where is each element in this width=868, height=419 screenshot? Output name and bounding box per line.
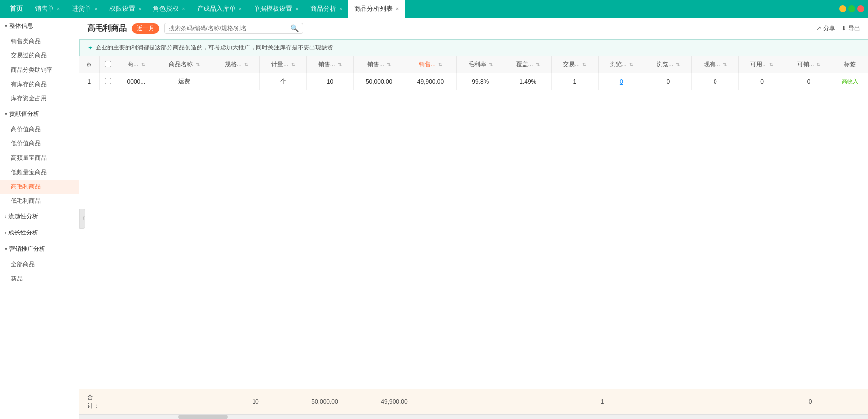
sidebar-group-finance[interactable]: ▾ 贡献值分析 [0, 106, 79, 122]
sidebar-item-traded[interactable]: 交易过的商品 [0, 48, 79, 63]
tab-template-close[interactable]: × [295, 6, 298, 12]
horizontal-scrollbar[interactable] [79, 414, 868, 419]
row-tag: 高收入 [832, 73, 868, 90]
sidebar-item-low-freq[interactable]: 低频量宝商品 [0, 165, 79, 180]
sidebar-item-low-price[interactable]: 低价值商品 [0, 137, 79, 151]
sidebar-item-in-stock[interactable]: 有库存的商品 [0, 77, 79, 92]
scrollbar-thumb[interactable] [178, 415, 228, 419]
sidebar-group-marketing[interactable]: ▾ 营销推广分析 [0, 241, 79, 257]
col-browse2[interactable]: 浏览... ⇅ [645, 56, 692, 73]
data-table-wrapper[interactable]: ⚙ 商... ⇅ 商品名称 ⇅ 规格... ⇅ [79, 56, 868, 389]
tab-purchase-close[interactable]: × [94, 6, 97, 12]
sidebar-group-growth[interactable]: › 成长性分析 [0, 225, 79, 241]
share-button[interactable]: ↗ 分享 [817, 24, 835, 33]
tab-analysis[interactable]: 商品分析 × [305, 0, 348, 18]
row-name: 运费 [155, 73, 213, 90]
sidebar-collapse-button[interactable]: 《 [79, 209, 85, 229]
col-settings[interactable]: ⚙ [79, 56, 99, 73]
sidebar-item-high-freq[interactable]: 高频量宝商品 [0, 151, 79, 165]
col-sales-amount[interactable]: 销售... ⇅ [354, 56, 405, 73]
tab-sales[interactable]: 销售单 × [29, 0, 66, 18]
tab-sales-close[interactable]: × [57, 6, 60, 12]
sidebar-item-capital-share[interactable]: 库存资金占用 [0, 92, 79, 106]
overall-arrow-icon: ▾ [5, 23, 7, 29]
sidebar-item-high-profit[interactable]: 高毛利商品 [0, 180, 79, 194]
footer-sales-amount: 50,000.00 [305, 398, 345, 405]
row-transactions: 1 [552, 73, 598, 90]
tab-products-close[interactable]: × [239, 6, 242, 12]
content-area: 高毛利商品 近一月 🔍 ↗ 分享 ⬇ 导出 ✦ 企业的主要的利润都是这部分商品创… [79, 18, 868, 419]
row-seq: 1 [79, 73, 99, 90]
info-icon: ✦ [88, 45, 93, 51]
row-browse2: 0 [645, 73, 692, 90]
sidebar-item-category-aid[interactable]: 商品分类助销率 [0, 63, 79, 77]
tab-products[interactable]: 产成品入库单 × [191, 0, 248, 18]
sidebar-item-all-products[interactable]: 全部商品 [0, 257, 79, 272]
row-check[interactable] [99, 73, 117, 90]
col-available[interactable]: 可用... ⇅ [738, 56, 785, 73]
col-sales-profit[interactable]: 销售... ⇅ [405, 56, 457, 73]
col-sales-qty[interactable]: 销售... ⇅ [306, 56, 353, 73]
footer-values: 10 50,000.00 49,900.00 1 0 0 [107, 398, 868, 405]
row-browse1[interactable]: 0 [598, 73, 645, 90]
col-spec[interactable]: 规格... ⇅ [213, 56, 259, 73]
growth-arrow-icon: › [5, 230, 6, 235]
tab-home[interactable]: 首页 [4, 0, 29, 18]
window-close-button[interactable]: × [857, 5, 864, 12]
col-transactions[interactable]: 交易... ⇅ [552, 56, 598, 73]
footer-browse2 [721, 398, 761, 405]
tab-purchase[interactable]: 进货单 × [66, 0, 103, 18]
tab-roles[interactable]: 角色授权 × [147, 0, 191, 18]
col-browse1[interactable]: 浏览... ⇅ [598, 56, 645, 73]
col-gross-margin[interactable]: 毛利率 ⇅ [456, 56, 505, 73]
footer-transactions: 1 [582, 398, 622, 405]
footer-label: 合计： [87, 393, 99, 410]
sidebar-item-sales-ranking[interactable]: 销售类商品 [0, 34, 79, 48]
col-check[interactable] [99, 56, 117, 73]
sort-sales-profit-icon: ⇅ [438, 62, 442, 67]
share-icon: ↗ [817, 25, 821, 32]
col-tag[interactable]: 标签 [832, 56, 868, 73]
sidebar-item-new-products[interactable]: 新品 [0, 272, 79, 286]
col-current-stock[interactable]: 现有... ⇅ [692, 56, 738, 73]
browse1-link[interactable]: 0 [620, 78, 623, 85]
col-name[interactable]: 商品名称 ⇅ [155, 56, 213, 73]
row-checkbox[interactable] [105, 78, 111, 84]
sort-name-icon: ⇅ [196, 62, 200, 67]
tab-analysis-close[interactable]: × [339, 6, 342, 12]
window-maximize-button[interactable]: □ [848, 5, 855, 12]
tab-template[interactable]: 单据模板设置 × [248, 0, 304, 18]
tab-home-label: 首页 [10, 4, 23, 13]
export-icon: ⬇ [841, 25, 846, 32]
window-minimize-button[interactable]: − [839, 5, 846, 12]
tab-analysis-list[interactable]: 商品分析列表 × [348, 0, 405, 18]
tab-permissions-close[interactable]: × [138, 6, 141, 12]
finance-arrow-icon: ▾ [5, 111, 7, 117]
sidebar-group-trend[interactable]: › 流趋性分析 [0, 208, 79, 225]
col-sellable[interactable]: 可销... ⇅ [785, 56, 832, 73]
table-footer: 合计： 10 50,000.00 49,900.00 1 0 0 [79, 389, 868, 414]
sidebar-item-low-profit[interactable]: 低毛利商品 [0, 194, 79, 208]
search-icon: 🔍 [290, 24, 299, 32]
sort-browse1-icon: ⇅ [629, 62, 633, 67]
sort-spec-icon: ⇅ [244, 62, 248, 67]
tab-permissions[interactable]: 权限设置 × [103, 0, 147, 18]
col-code[interactable]: 商... ⇅ [117, 56, 155, 73]
sort-current-stock-icon: ⇅ [723, 62, 727, 67]
tab-analysis-list-close[interactable]: × [396, 6, 399, 12]
tab-analysis-list-label: 商品分析列表 [354, 4, 393, 13]
filter-recent-month-button[interactable]: 近一月 [132, 23, 159, 34]
col-unit[interactable]: 计量... ⇅ [260, 56, 306, 73]
export-button[interactable]: ⬇ 导出 [841, 24, 860, 33]
select-all-checkbox[interactable] [105, 61, 111, 67]
search-input[interactable] [169, 25, 290, 32]
tab-roles-close[interactable]: × [182, 6, 185, 12]
tab-analysis-label: 商品分析 [310, 4, 336, 13]
sidebar-group-overall[interactable]: ▾ 整体信息 [0, 18, 79, 34]
overall-group-label: 整体信息 [9, 22, 33, 30]
trend-group-label: 流趋性分析 [8, 212, 38, 221]
col-coverage[interactable]: 覆盖... ⇅ [505, 56, 551, 73]
footer-gross-margin [444, 398, 483, 405]
sidebar-item-high-price[interactable]: 高价值商品 [0, 122, 79, 137]
sort-transactions-icon: ⇅ [582, 62, 586, 67]
